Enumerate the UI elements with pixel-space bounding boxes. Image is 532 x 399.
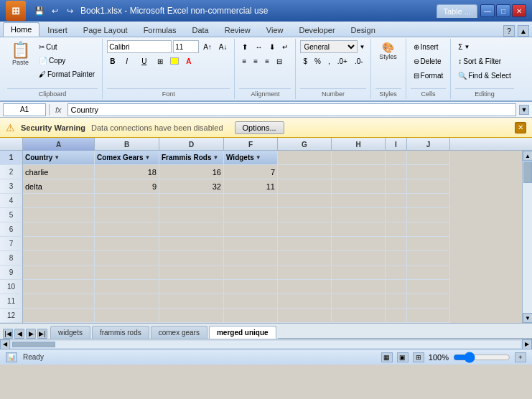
cell-b7[interactable]	[95, 237, 159, 251]
italic-button[interactable]: I	[123, 55, 137, 67]
tab-developer[interactable]: Developer	[291, 22, 342, 37]
zoom-in-button[interactable]: +	[515, 352, 526, 362]
cell-a4[interactable]	[23, 194, 95, 208]
cell-j9[interactable]	[407, 266, 450, 280]
sort-filter-button[interactable]: ↕ Sort & Filter	[455, 55, 504, 67]
cell-g5[interactable]	[278, 208, 332, 222]
sheet-nav-prev[interactable]: ◀	[14, 329, 24, 339]
cell-f8[interactable]	[224, 251, 278, 266]
cell-j11[interactable]	[407, 294, 450, 309]
tab-data[interactable]: Data	[184, 22, 216, 37]
scroll-down-button[interactable]: ▼	[523, 313, 532, 323]
cell-i10[interactable]	[386, 280, 407, 294]
cell-a2[interactable]: charlie	[23, 165, 95, 179]
bold-button[interactable]: B	[107, 55, 121, 67]
cell-g8[interactable]	[278, 251, 332, 266]
cell-d6[interactable]	[159, 222, 224, 237]
cell-d1[interactable]: Frammis Rods ▼	[159, 151, 224, 165]
cell-i5[interactable]	[386, 208, 407, 222]
cell-d12[interactable]	[159, 309, 224, 323]
cell-j8[interactable]	[407, 251, 450, 266]
font-size-input[interactable]	[173, 40, 199, 53]
cell-d3[interactable]: 32	[159, 179, 224, 194]
cell-h10[interactable]	[332, 280, 386, 294]
cell-a1[interactable]: Country ▼	[23, 151, 95, 165]
align-middle-button[interactable]: ↔	[252, 40, 265, 53]
tab-review[interactable]: Review	[217, 22, 258, 37]
h-scroll-track[interactable]	[11, 341, 521, 348]
scroll-right-button[interactable]: ▶	[522, 339, 532, 349]
cell-d10[interactable]	[159, 280, 224, 294]
cell-j6[interactable]	[407, 222, 450, 237]
filter-arrow-d[interactable]: ▼	[213, 154, 218, 161]
page-layout-view-button[interactable]: ▣	[397, 352, 409, 362]
cell-b3[interactable]: 9	[95, 179, 159, 194]
cell-h7[interactable]	[332, 237, 386, 251]
security-close-button[interactable]: ✕	[515, 122, 526, 133]
cell-i7[interactable]	[386, 237, 407, 251]
cell-d8[interactable]	[159, 251, 224, 266]
sheet-tab-comex-gears[interactable]: comex gears	[151, 326, 207, 339]
delete-button[interactable]: ⊖ Delete	[411, 55, 444, 67]
percent-button[interactable]: %	[312, 55, 324, 67]
cell-i8[interactable]	[386, 251, 407, 266]
cell-h3[interactable]	[332, 179, 386, 194]
copy-button[interactable]: 📄Copy	[36, 54, 98, 67]
cell-b12[interactable]	[95, 309, 159, 323]
sheet-tab-frammis-rods[interactable]: frammis rods	[92, 326, 149, 339]
align-left-button[interactable]: ≡	[239, 55, 249, 67]
cell-h11[interactable]	[332, 294, 386, 309]
cut-button[interactable]: ✂Cut	[36, 40, 98, 53]
scroll-left-button[interactable]: ◀	[0, 339, 10, 349]
cell-g11[interactable]	[278, 294, 332, 309]
cell-d5[interactable]	[159, 208, 224, 222]
cell-h2[interactable]	[332, 165, 386, 179]
scroll-thumb[interactable]	[523, 161, 532, 183]
cell-i2[interactable]	[386, 165, 407, 179]
cell-d4[interactable]	[159, 194, 224, 208]
close-button[interactable]: ✕	[512, 4, 526, 17]
cell-j5[interactable]	[407, 208, 450, 222]
cell-j10[interactable]	[407, 280, 450, 294]
cell-f9[interactable]	[224, 266, 278, 280]
wrap-text-button[interactable]: ↵	[279, 40, 291, 53]
underline-button[interactable]: U	[139, 55, 153, 67]
increase-font-button[interactable]: A↑	[200, 40, 215, 53]
formula-input[interactable]	[67, 103, 516, 116]
cell-a3[interactable]: delta	[23, 179, 95, 194]
cell-g2[interactable]	[278, 165, 332, 179]
cell-f1[interactable]: Widgets ▼	[224, 151, 278, 165]
cell-d11[interactable]	[159, 294, 224, 309]
cell-g1[interactable]	[278, 151, 332, 165]
merge-center-button[interactable]: ⊟	[274, 55, 285, 67]
cell-h8[interactable]	[332, 251, 386, 266]
tab-formulas[interactable]: Formulas	[136, 22, 185, 37]
tab-design[interactable]: Design	[343, 22, 383, 37]
cell-a11[interactable]	[23, 294, 95, 309]
normal-view-button[interactable]: ▦	[381, 352, 393, 362]
cell-f2[interactable]: 7	[224, 165, 278, 179]
redo-quick-btn[interactable]: ↪	[63, 4, 76, 17]
office-button[interactable]: ⊞	[6, 1, 26, 21]
cell-h1[interactable]	[332, 151, 386, 165]
align-bottom-button[interactable]: ⬇	[266, 40, 278, 53]
align-top-button[interactable]: ⬆	[239, 40, 251, 53]
align-right-button[interactable]: ≡	[262, 55, 272, 67]
format-button[interactable]: ⊟ Format	[411, 69, 447, 82]
cell-g12[interactable]	[278, 309, 332, 323]
comma-button[interactable]: ,	[325, 55, 333, 67]
cell-a7[interactable]	[23, 237, 95, 251]
cell-g7[interactable]	[278, 237, 332, 251]
cell-b4[interactable]	[95, 194, 159, 208]
cell-reference[interactable]: A1	[3, 103, 46, 116]
table-tab[interactable]: Table ...	[437, 4, 477, 18]
filter-arrow-f[interactable]: ▼	[256, 154, 261, 161]
cell-g6[interactable]	[278, 222, 332, 237]
vertical-scrollbar[interactable]: ▲ ▼	[522, 151, 532, 323]
h-scroll-thumb[interactable]	[12, 342, 55, 347]
horizontal-scrollbar[interactable]: ◀ ▶	[0, 339, 532, 349]
scroll-track[interactable]	[523, 161, 532, 313]
cell-f4[interactable]	[224, 194, 278, 208]
cell-g3[interactable]	[278, 179, 332, 194]
filter-arrow-b[interactable]: ▼	[144, 154, 150, 161]
